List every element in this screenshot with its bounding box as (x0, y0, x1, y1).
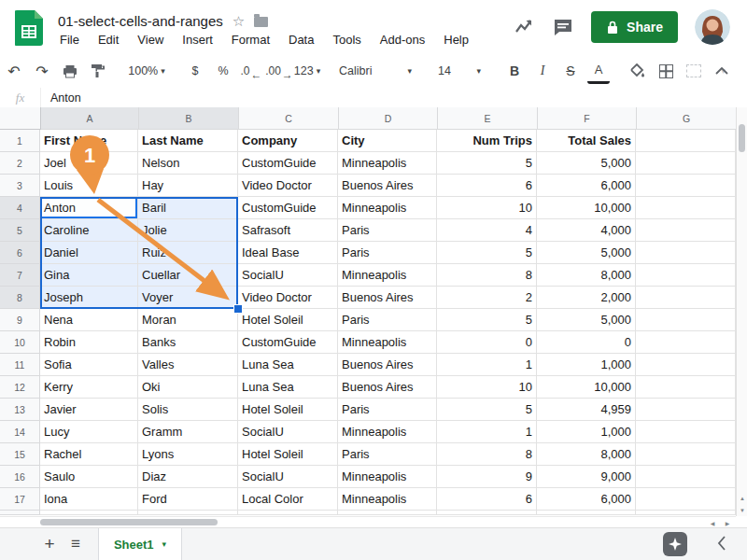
undo-button[interactable]: ↶ (3, 60, 25, 82)
cell-F17[interactable]: 6,000 (537, 488, 636, 511)
merge-cells-button[interactable] (683, 60, 705, 82)
menu-addons[interactable]: Add-ons (380, 33, 425, 47)
cell-F11[interactable]: 1,000 (537, 354, 636, 376)
cell-G12[interactable] (636, 376, 736, 399)
cell-G15[interactable] (636, 443, 736, 466)
row-header-11[interactable]: 11 (0, 354, 40, 376)
cell-F3[interactable]: 6,000 (537, 175, 636, 197)
cell-D18[interactable] (338, 511, 437, 515)
paint-format-button[interactable] (87, 60, 109, 82)
cell-C9[interactable]: Hotel Soleil (238, 309, 338, 331)
cell-B2[interactable]: Nelson (138, 152, 238, 175)
cell-E18[interactable] (437, 511, 537, 515)
cell-C12[interactable]: Luna Sea (238, 376, 338, 399)
row-header-8[interactable]: 8 (0, 287, 40, 309)
cell-A10[interactable]: Robin (40, 331, 138, 354)
cell-B6[interactable]: Ruiz (138, 242, 238, 264)
row-header-12[interactable]: 12 (0, 376, 40, 399)
cell-D7[interactable]: Minneapolis (338, 264, 437, 287)
formula-input[interactable]: Anton (41, 91, 81, 105)
menu-file[interactable]: File (60, 33, 79, 47)
cell-B7[interactable]: Cuellar (138, 264, 238, 287)
cell-C14[interactable]: SocialU (238, 421, 338, 443)
cell-A12[interactable]: Kerry (40, 376, 138, 399)
cell-B4[interactable]: Baril (138, 197, 238, 219)
cell-E11[interactable]: 1 (437, 354, 537, 376)
cell-A18[interactable] (40, 511, 138, 515)
tab-sheet1[interactable]: Sheet1 ▾ (98, 528, 182, 560)
avatar[interactable] (695, 9, 730, 45)
cell-E17[interactable]: 6 (437, 488, 537, 511)
cell-G7[interactable] (636, 264, 736, 287)
cell-D10[interactable]: Minneapolis (338, 331, 437, 354)
collapse-toolbar-button[interactable] (711, 60, 733, 82)
add-sheet-button[interactable]: + (37, 532, 62, 556)
cell-A15[interactable]: Rachel (40, 443, 138, 466)
cell-A14[interactable]: Lucy (40, 421, 138, 443)
menu-edit[interactable]: Edit (98, 33, 119, 47)
cell-B18[interactable] (138, 511, 238, 515)
cell-D11[interactable]: Buenos Aires (338, 354, 437, 376)
menu-format[interactable]: Format (232, 33, 270, 47)
cell-F2[interactable]: 5,000 (537, 152, 636, 175)
cell-G14[interactable] (636, 421, 736, 443)
cell-G13[interactable] (636, 399, 736, 421)
cell-E5[interactable]: 4 (437, 219, 537, 242)
text-color-button[interactable]: A (587, 58, 610, 84)
column-header-c[interactable]: C (239, 107, 339, 130)
cell-C17[interactable]: Local Color (238, 488, 338, 511)
row-header-13[interactable]: 13 (0, 399, 40, 421)
cell-F5[interactable]: 4,000 (537, 219, 636, 242)
horizontal-scrollbar[interactable]: ◀ ▶ (0, 516, 736, 527)
cell-G4[interactable] (636, 197, 736, 219)
font-family-select[interactable]: Calibri▾ (335, 60, 416, 82)
cell-F9[interactable]: 5,000 (537, 309, 636, 331)
cell-D8[interactable]: Buenos Aires (338, 287, 437, 309)
cell-C3[interactable]: Video Doctor (238, 175, 338, 197)
cell-D16[interactable]: Minneapolis (338, 466, 437, 488)
cell-G8[interactable] (636, 287, 736, 309)
menu-insert[interactable]: Insert (182, 33, 213, 47)
row-header-1[interactable]: 1 (0, 130, 40, 152)
row-header-4[interactable]: 4 (0, 197, 40, 219)
vertical-scrollbar[interactable]: ▲ ▼ (736, 107, 747, 516)
cell-E8[interactable]: 2 (437, 287, 537, 309)
fill-color-button[interactable] (627, 60, 649, 82)
cell-B17[interactable]: Ford (138, 488, 238, 511)
cell-E16[interactable]: 9 (437, 466, 537, 488)
share-button[interactable]: Share (591, 11, 678, 43)
cell-A3[interactable]: Louis (40, 175, 138, 197)
cell-F8[interactable]: 2,000 (537, 287, 636, 309)
cell-B9[interactable]: Moran (138, 309, 238, 331)
column-header-e[interactable]: E (438, 107, 538, 130)
cell-F1[interactable]: Total Sales (537, 130, 636, 152)
print-button[interactable] (59, 60, 81, 82)
cell-F12[interactable]: 10,000 (537, 376, 636, 399)
cell-A2[interactable]: Joel (40, 152, 138, 175)
cell-F16[interactable]: 9,000 (537, 466, 636, 488)
cell-A4[interactable]: Anton (40, 197, 138, 219)
cell-B16[interactable]: Diaz (138, 466, 238, 488)
cell-B3[interactable]: Hay (138, 175, 238, 197)
cell-E10[interactable]: 0 (437, 331, 537, 354)
cell-A11[interactable]: Sofia (40, 354, 138, 376)
row-header-7[interactable]: 7 (0, 264, 40, 287)
cell-E15[interactable]: 8 (437, 443, 537, 466)
column-header-b[interactable]: B (139, 107, 239, 130)
cell-C4[interactable]: CustomGuide (238, 197, 338, 219)
vertical-scrollbar-thumb[interactable] (739, 124, 745, 152)
cell-E7[interactable]: 8 (437, 264, 537, 287)
cell-D13[interactable]: Paris (338, 399, 437, 421)
cell-A16[interactable]: Saulo (40, 466, 138, 488)
insights-icon[interactable] (513, 16, 535, 38)
cell-B12[interactable]: Oki (138, 376, 238, 399)
comment-icon[interactable] (552, 16, 574, 38)
cell-D5[interactable]: Paris (338, 219, 437, 242)
select-all-corner[interactable] (0, 107, 41, 130)
row-header-14[interactable]: 14 (0, 421, 40, 443)
cell-E14[interactable]: 1 (437, 421, 537, 443)
cell-G3[interactable] (636, 175, 736, 197)
cell-G17[interactable] (636, 488, 736, 511)
strikethrough-button[interactable]: S (559, 60, 582, 82)
google-sheets-logo-icon[interactable] (15, 10, 43, 46)
